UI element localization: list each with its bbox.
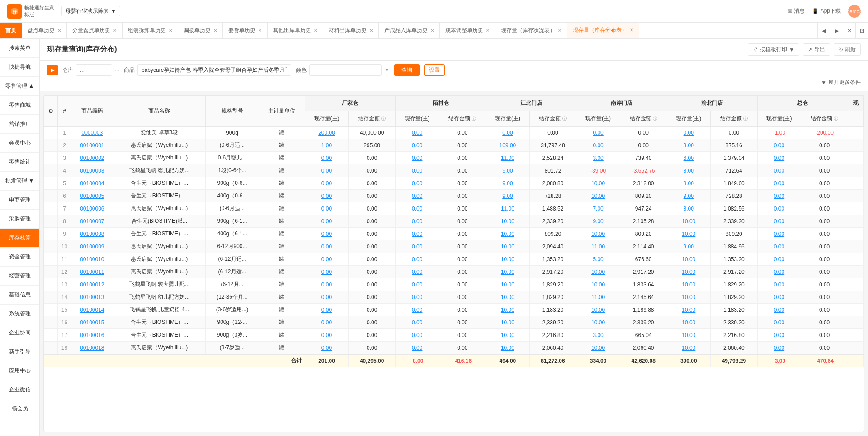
footer-jb-qty: 494.00: [486, 354, 529, 367]
tab-home[interactable]: 首页: [0, 23, 22, 39]
sidebar-item-vip[interactable]: 畅会员: [0, 399, 39, 418]
th-yb-qty: 现存量(主): [667, 111, 710, 127]
table-row: 300100002惠氏启赋（Wyeth illu...)0-6月婴儿...罐0.…: [44, 152, 864, 164]
sidebar-item-wechat[interactable]: 企业微信: [0, 380, 39, 399]
top-bar-left: 好 畅捷通好生意 标版 母婴行业演示陈套 ▼: [7, 4, 120, 19]
close-icon[interactable]: ✕: [486, 28, 490, 33]
sidebar-item-system[interactable]: 系统管理: [0, 305, 39, 323]
nav-tabs: 首页 盘点单历史 ✕ 分量盘点单历史 ✕ 组装拆卸单历史 ✕ 调拨单历史 ✕ 要…: [0, 23, 868, 39]
close-icon[interactable]: ✕: [558, 28, 561, 33]
th-current: 现: [848, 96, 863, 111]
tab-transfer[interactable]: 调拨单历史 ✕: [178, 23, 223, 39]
app-download-btn[interactable]: 📱 App下载: [812, 7, 841, 15]
table-row: 900100008合生元（BIOSTIME）...400g（6-1...罐0.0…: [44, 228, 864, 240]
sidebar-item-apps[interactable]: 应用中心: [0, 361, 39, 380]
close-icon[interactable]: ✕: [430, 28, 434, 33]
footer-yb-qty: 390.00: [667, 354, 710, 367]
footer-current: [848, 354, 863, 367]
tab-material-out[interactable]: 材料出库单历史 ✕: [323, 23, 379, 39]
nav-close-btn[interactable]: ✕: [843, 23, 855, 39]
tab-stock-dist[interactable]: 现存量（库存分布表） ✕: [567, 23, 639, 39]
filter-expand-btn[interactable]: ▶: [47, 65, 58, 75]
warehouse-input[interactable]: [76, 64, 112, 76]
sidebar-item-collab[interactable]: 企业协同: [0, 323, 39, 342]
th-group-yubei: 渝北门店: [667, 96, 757, 111]
chevron-down-icon: ▼: [789, 47, 794, 53]
sidebar-item-wholesale[interactable]: 批发管理 ▼: [0, 172, 39, 191]
filter-row1: ▶ 仓库 ··· 商品 颜色 ▼ 查询 设置: [47, 64, 861, 76]
export-btn[interactable]: ↗ 导出: [803, 43, 830, 56]
layout: 搜索英单 快捷导航 零售管理 ▲ 零售商城 营销推广 会员中心 零售统计 批发管…: [0, 39, 868, 436]
sidebar-item-retail-stat[interactable]: 零售统计: [0, 153, 39, 172]
th-group-jiangbei: 江北门店: [486, 96, 576, 111]
sidebar-item-search[interactable]: 搜索英单: [0, 39, 39, 58]
expand-more-btn[interactable]: ▼ 展开更多条件: [821, 79, 861, 86]
sidebar-item-retail-mgmt[interactable]: 零售管理 ▲: [0, 77, 39, 96]
refresh-btn[interactable]: ↻ 刷新: [834, 43, 861, 56]
print-btn[interactable]: 🖨 按模板打印 ▼: [748, 43, 799, 56]
close-icon[interactable]: ✕: [369, 28, 373, 33]
avatar[interactable]: demo2: [848, 5, 861, 18]
nav-prev-btn[interactable]: ◀: [817, 23, 830, 39]
th-cc-amt: 结存金额 ⓘ: [349, 111, 396, 127]
th-group-mocun: 陌村仓: [396, 96, 486, 111]
industry-selector[interactable]: 母婴行业演示陈套 ▼: [61, 6, 120, 16]
tab-cost-adj[interactable]: 成本调整单历史 ✕: [440, 23, 495, 39]
th-zc-amt: 结存金额 ⓘ: [801, 111, 848, 127]
close-icon[interactable]: ✕: [57, 28, 61, 33]
close-icon[interactable]: ✕: [169, 28, 172, 33]
tab-assembly[interactable]: 组装拆卸单历史 ✕: [123, 23, 178, 39]
nav-expand-btn[interactable]: ⊡: [855, 23, 868, 39]
th-zc-qty: 现存量(主): [757, 111, 801, 127]
top-bar: 好 畅捷通好生意 标版 母婴行业演示陈套 ▼ ✉ 消息 📱 App下载 demo…: [0, 0, 868, 23]
close-icon[interactable]: ✕: [113, 28, 117, 33]
th-unit: 主计量单位: [259, 96, 305, 127]
footer-label: 合计: [44, 354, 305, 367]
th-jb-qty: 现存量(主): [486, 111, 529, 127]
sidebar-item-guide[interactable]: 新手引导: [0, 342, 39, 361]
sidebar-item-stock[interactable]: 库存核算: [0, 229, 39, 248]
nav-next-btn[interactable]: ▶: [830, 23, 843, 39]
th-settings[interactable]: ⚙: [44, 96, 58, 127]
table-container: ⚙ # 商品编码 商品名称 规格型号 主计量单位 厂家仓 陌村仓 江北门店 南岸…: [43, 95, 864, 432]
query-btn[interactable]: 查询: [394, 64, 420, 76]
tab-order[interactable]: 要货单历史 ✕: [223, 23, 268, 39]
chevron-down-icon: ▼: [821, 80, 826, 86]
table-row: 10000003爱他美 卓萃3段900g罐200.0040,000.000.00…: [44, 127, 864, 139]
close-icon[interactable]: ✕: [258, 28, 262, 33]
close-icon[interactable]: ✕: [314, 28, 317, 33]
goods-input[interactable]: [137, 64, 291, 76]
tab-other-out[interactable]: 其他出库单历史 ✕: [268, 23, 323, 39]
th-mc-amt: 结存金额 ⓘ: [439, 111, 486, 127]
sidebar-item-finance[interactable]: 资金管理: [0, 248, 39, 267]
sidebar-item-member[interactable]: 会员中心: [0, 134, 39, 153]
sidebar-item-marketing[interactable]: 营销推广: [0, 115, 39, 134]
th-na-amt: 结存金额 ⓘ: [620, 111, 667, 127]
tab-production-in[interactable]: 产成品入库单历史 ✕: [379, 23, 440, 39]
close-icon[interactable]: ✕: [630, 28, 633, 33]
table-row: 700100006惠氏启赋（Wyeth illu...)(0-6月适...罐0.…: [44, 202, 864, 215]
table-row: 200100001惠氏启赋（Wyeth illu...)(0-6月适...罐1.…: [44, 139, 864, 152]
close-icon[interactable]: ✕: [213, 28, 217, 33]
tab-inventory-check[interactable]: 盘点单历史 ✕: [22, 23, 67, 39]
sidebar-item-basic[interactable]: 基础信息: [0, 286, 39, 305]
footer-na-amt: 42,620.08: [620, 354, 667, 367]
sidebar-item-retail-mall[interactable]: 零售商城: [0, 96, 39, 115]
refresh-icon: ↻: [839, 47, 843, 53]
color-input[interactable]: [309, 64, 382, 76]
page-title: 现存量查询(库存分布): [47, 45, 117, 54]
settings-btn[interactable]: 设置: [424, 64, 445, 76]
message-icon: ✉: [788, 8, 792, 14]
table-body: 10000003爱他美 卓萃3段900g罐200.0040,000.000.00…: [44, 127, 864, 355]
tab-branch-check[interactable]: 分量盘点单历史 ✕: [67, 23, 123, 39]
tab-stock-status[interactable]: 现存量（库存状况表） ✕: [495, 23, 567, 39]
chevron-down-icon[interactable]: ▼: [384, 67, 390, 73]
sidebar-item-purchase[interactable]: 采购管理: [0, 210, 39, 229]
table-row: 1500100014飞鹤星飞帆 儿童奶粉 4...(3-6岁适用...)罐0.0…: [44, 304, 864, 316]
sidebar-item-operations[interactable]: 经营管理: [0, 267, 39, 286]
sidebar-item-ecommerce[interactable]: 电商管理: [0, 191, 39, 210]
main-content: 现存量查询(库存分布) 🖨 按模板打印 ▼ ↗ 导出 ↻ 刷新: [40, 39, 868, 436]
th-jb-amt: 结存金额 ⓘ: [529, 111, 576, 127]
sidebar-item-nav[interactable]: 快捷导航: [0, 58, 39, 77]
message-btn[interactable]: ✉ 消息: [788, 7, 805, 15]
